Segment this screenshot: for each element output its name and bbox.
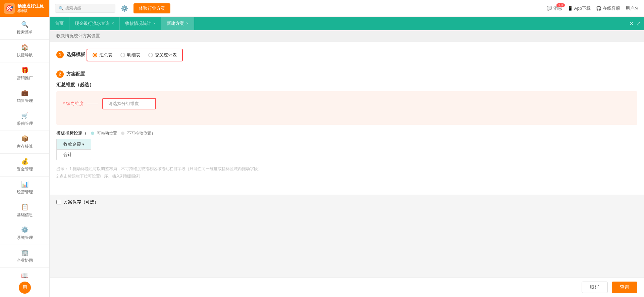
metric-col-label: 收款金额 bbox=[63, 141, 81, 147]
gear-icon[interactable]: ⚙️ bbox=[121, 5, 128, 12]
sidebar-item-system[interactable]: ⚙️系统管理 bbox=[0, 222, 49, 245]
sidebar-item-marketing[interactable]: 🎁营销推广 bbox=[0, 62, 49, 85]
sidebar-nav: 🔍搜索菜单🏠快捷导航🎁营销推广💼销售管理🛒采购管理📦库存核算💰资金管理📊经营管理… bbox=[0, 17, 49, 278]
radio-dot-summary bbox=[93, 53, 97, 57]
tab-bank-flow[interactable]: 现金银行流水查询× bbox=[69, 17, 120, 30]
tab-new-plan[interactable]: 新建方案× bbox=[161, 17, 194, 30]
sales-icon: 💼 bbox=[21, 89, 29, 97]
logo-text: 畅捷通好生意 bbox=[17, 3, 44, 9]
template-radio-group: 汇总表 明细表 交叉统计表 bbox=[87, 49, 183, 61]
step2-block: 2 方案配置 汇总维度（必选） * 纵向维度 —— 请选择分组维度 bbox=[56, 70, 637, 180]
sidebar-item-capital[interactable]: 💰资金管理 bbox=[0, 154, 49, 177]
metrics-row-total: 合计 bbox=[57, 150, 91, 160]
tab-label-home: 首页 bbox=[55, 20, 64, 27]
download-icon: 📱 bbox=[568, 6, 573, 11]
radio-summary[interactable]: 汇总表 bbox=[93, 52, 112, 58]
save-section: 方案保存（可选） bbox=[50, 195, 644, 209]
radio-cross[interactable]: 交叉统计表 bbox=[148, 52, 177, 58]
page-content: 收款情况统计方案设置 1 选择模板 汇总表 明细表 bbox=[50, 30, 644, 277]
metrics-header: 收款金额 ▾ bbox=[57, 139, 91, 150]
search-icon: 🔍 bbox=[59, 6, 64, 11]
save-checkbox[interactable] bbox=[56, 200, 61, 204]
movable-label: 可拖动位置 bbox=[97, 131, 117, 136]
sidebar-item-label: 库存核算 bbox=[17, 144, 33, 149]
system-icon: ⚙️ bbox=[21, 226, 29, 234]
marketing-icon: 🎁 bbox=[21, 66, 29, 74]
download-label: App下载 bbox=[574, 5, 591, 11]
sidebar-item-quick-nav[interactable]: 🏠快捷导航 bbox=[0, 40, 49, 62]
section-header: 收款情况统计方案设置 bbox=[50, 30, 644, 42]
sidebar-item-enterprise[interactable]: 🏢企业协同 bbox=[0, 245, 49, 268]
sidebar-item-label: 采购管理 bbox=[17, 121, 33, 127]
guide-icon: 📖 bbox=[21, 272, 29, 278]
service-button[interactable]: 🎧 在线客服 bbox=[596, 5, 620, 11]
sidebar-item-basic-info[interactable]: 📋基础信息 bbox=[0, 199, 49, 222]
tab-actions: ✕⤢ bbox=[626, 17, 644, 30]
step1-label: 1 选择模板 bbox=[56, 51, 85, 58]
legend-movable: 可拖动位置 bbox=[91, 131, 117, 136]
sidebar-item-sales[interactable]: 💼销售管理 bbox=[0, 85, 49, 108]
trial-button[interactable]: 体验行业方案 bbox=[133, 3, 170, 13]
service-icon: 🎧 bbox=[596, 6, 601, 11]
service-label: 在线客服 bbox=[603, 5, 620, 11]
radio-dot-detail bbox=[120, 53, 125, 57]
message-badge: 99+ bbox=[556, 3, 565, 7]
legend-fixed: 不可拖动位置） bbox=[121, 131, 155, 136]
dimension-select[interactable]: 请选择分组维度 bbox=[102, 98, 156, 109]
message-button[interactable]: 💬 消息 99+ bbox=[547, 5, 562, 11]
sidebar-item-label: 搜索菜单 bbox=[17, 30, 33, 35]
movable-dot bbox=[91, 132, 94, 135]
tip-text-1: 提示： 1.拖动标题栏可以调整布局，不可跨维度或指标区域拖动栏目字段（只能在同一… bbox=[56, 165, 262, 173]
metrics-table: 收款金额 ▾ 合计 bbox=[56, 139, 91, 160]
tab-receipt-stats[interactable]: 收款情况统计× bbox=[120, 17, 161, 30]
topbar-search[interactable]: 🔍 搜索功能 bbox=[55, 4, 115, 13]
fixed-label: 不可拖动位置） bbox=[127, 131, 155, 136]
step2-title: 方案配置 bbox=[66, 71, 85, 77]
metric-col-header[interactable]: 收款金额 ▾ bbox=[57, 139, 91, 149]
metrics-title: 模板指标设定（ bbox=[56, 130, 87, 136]
dimension-area: * 纵向维度 —— 请选择分组维度 bbox=[56, 91, 637, 125]
user-avatar[interactable]: 用 bbox=[19, 282, 31, 294]
sidebar-item-label: 系统管理 bbox=[17, 235, 33, 241]
step1-title: 选择模板 bbox=[66, 52, 85, 58]
tip-line-2: 2.点击标题栏下拉可设置排序、插入列和删除列 bbox=[56, 173, 637, 180]
user-name-button[interactable]: 用户名 bbox=[626, 5, 639, 11]
tip-text-2: 2.点击标题栏下拉可设置排序、插入列和删除列 bbox=[56, 173, 140, 180]
logo-icon: 🎯 bbox=[4, 3, 15, 14]
tab-label-bank-flow: 现金银行流水查询 bbox=[75, 20, 110, 27]
tab-label-receipt-stats: 收款情况统计 bbox=[125, 20, 151, 27]
query-button[interactable]: 查询 bbox=[612, 282, 637, 293]
sidebar-item-purchase[interactable]: 🛒采购管理 bbox=[0, 108, 49, 131]
app-download-button[interactable]: 📱 App下载 bbox=[568, 5, 591, 11]
tab-home[interactable]: 首页 bbox=[50, 17, 69, 30]
tabbar: 首页现金银行流水查询×收款情况统计×新建方案×✕⤢ bbox=[50, 17, 644, 30]
sidebar-footer: 用 bbox=[0, 278, 49, 297]
sidebar-item-inventory[interactable]: 📦库存核算 bbox=[0, 131, 49, 154]
operation-icon: 📊 bbox=[21, 181, 29, 188]
cancel-button[interactable]: 取消 bbox=[582, 282, 608, 293]
tab-close-new-plan[interactable]: × bbox=[186, 21, 189, 26]
metrics-label-row: 模板指标设定（ 可拖动位置 不可拖动位置） bbox=[56, 130, 637, 136]
arrow-icon: —— bbox=[88, 101, 98, 107]
sidebar-item-label: 销售管理 bbox=[17, 98, 33, 104]
tip-line-1: 提示： 1.拖动标题栏可以调整布局，不可跨维度或指标区域拖动栏目字段（只能在同一… bbox=[56, 165, 637, 173]
logo-sub: 标准版 bbox=[17, 9, 44, 13]
tab-close-bank-flow[interactable]: × bbox=[112, 21, 114, 26]
radio-detail[interactable]: 明细表 bbox=[120, 52, 140, 58]
step2-label: 2 方案配置 bbox=[56, 70, 85, 78]
radio-detail-label: 明细表 bbox=[127, 52, 140, 58]
tab-expand-icon[interactable]: ⤢ bbox=[636, 20, 641, 27]
radio-summary-label: 汇总表 bbox=[99, 52, 112, 58]
sidebar-item-operation[interactable]: 📊经营管理 bbox=[0, 177, 49, 199]
form-container: 1 选择模板 汇总表 明细表 交叉统计表 bbox=[50, 42, 644, 195]
sidebar-item-label: 基础信息 bbox=[17, 212, 33, 218]
sidebar-item-guide[interactable]: 📖新手引导 bbox=[0, 268, 49, 278]
tab-close-receipt-stats[interactable]: × bbox=[153, 21, 156, 26]
main-area: 🔍 搜索功能 ⚙️ 体验行业方案 💬 消息 99+ 📱 App下载 🎧 在线客服… bbox=[50, 0, 644, 297]
fixed-dot bbox=[121, 132, 124, 135]
capital-icon: 💰 bbox=[21, 158, 29, 165]
footer-bar: 取消 查询 bbox=[50, 277, 644, 297]
tab-close-all-icon[interactable]: ✕ bbox=[629, 20, 634, 27]
sidebar-item-search-menu[interactable]: 🔍搜索菜单 bbox=[0, 17, 49, 40]
sidebar-item-label: 快捷导航 bbox=[17, 52, 33, 58]
